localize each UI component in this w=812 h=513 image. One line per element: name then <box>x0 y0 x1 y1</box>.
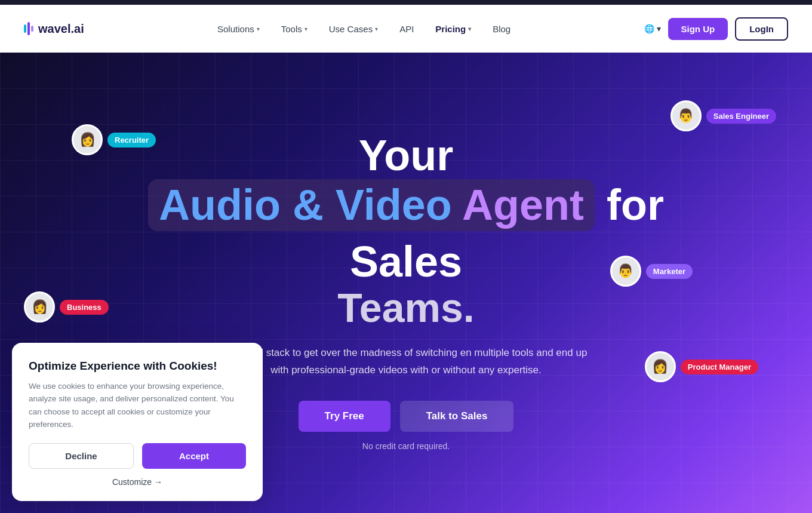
logo-icon <box>24 22 33 35</box>
avatar-business: 👩 Business <box>24 291 109 322</box>
globe-icon: 🌐 <box>644 24 654 33</box>
avatar-image-product: 👩 <box>645 351 676 382</box>
nav-item-blog[interactable]: Blog <box>493 24 510 34</box>
avatar-image-marketer: 👨 <box>610 256 641 287</box>
tools-label: Tools <box>281 24 302 34</box>
headline-highlight-1: Audio & Video <box>159 181 452 229</box>
try-free-button[interactable]: Try Free <box>299 401 390 432</box>
avatar-image-recruiter: 👩 <box>72 124 103 155</box>
logo-bar-2 <box>27 22 30 35</box>
customize-link[interactable]: Customize → <box>29 477 246 487</box>
avatar-image-business: 👩 <box>24 291 55 322</box>
hero-subline: Sales <box>137 238 675 285</box>
logo-text: wavel.ai <box>38 22 84 36</box>
customize-label: Customize <box>112 477 152 487</box>
hero-headline: Your Audio & Video Agent for <box>137 132 675 231</box>
cookie-buttons: Decline Accept <box>29 443 246 469</box>
chevron-icon: ▾ <box>468 26 471 32</box>
chevron-down-icon: ▾ <box>657 24 661 33</box>
chevron-icon: ▾ <box>375 26 378 32</box>
recruiter-badge: Recruiter <box>107 133 156 148</box>
headline-post: for <box>607 181 664 229</box>
accept-button[interactable]: Accept <box>142 443 246 469</box>
avatar-sales-engineer: 👨 Sales Engineer <box>670 100 776 131</box>
nav-item-api[interactable]: API <box>399 24 414 34</box>
logo-bar-3 <box>31 26 33 32</box>
avatar-product-manager: 👩 Product Manager <box>645 351 758 382</box>
login-button[interactable]: LogIn <box>735 17 788 41</box>
nav-links: Solutions ▾ Tools ▾ Use Cases ▾ API Pric… <box>217 24 510 34</box>
business-badge: Business <box>60 300 109 315</box>
avatar-recruiter: 👩 Recruiter <box>72 124 156 155</box>
headline-pill: Audio & Video Agent <box>148 179 595 231</box>
hero-rotating-line: Teams. <box>137 285 675 330</box>
chevron-icon: ▾ <box>257 26 260 32</box>
signup-button[interactable]: Sign Up <box>668 18 728 40</box>
nav-item-pricing[interactable]: Pricing ▾ <box>435 24 471 34</box>
hero-description: ideo tool stack to get over the madness … <box>221 345 591 379</box>
headline-pre: Your <box>359 131 454 179</box>
nav-item-solutions[interactable]: Solutions ▾ <box>217 24 260 34</box>
pricing-label: Pricing <box>435 24 466 34</box>
api-label: API <box>399 24 414 34</box>
avatar-marketer: 👨 Marketer <box>610 256 693 287</box>
rotating-word-sales: Sales <box>350 238 462 285</box>
cookie-title: Optimize Experience with Cookies! <box>29 360 246 373</box>
logo-link[interactable]: wavel.ai <box>24 22 84 36</box>
usecases-label: Use Cases <box>329 24 373 34</box>
chevron-icon: ▾ <box>304 26 307 32</box>
headline-highlight-2: Agent <box>462 181 584 229</box>
sales-engineer-badge: Sales Engineer <box>706 109 776 124</box>
product-manager-badge: Product Manager <box>681 360 758 374</box>
top-announcement-bar <box>0 0 812 5</box>
decline-button[interactable]: Decline <box>29 443 134 469</box>
logo-bar-1 <box>24 24 26 33</box>
rotating-word-teams: Teams. <box>337 285 474 330</box>
avatar-image-sales: 👨 <box>670 100 702 131</box>
nav-actions: 🌐 ▾ Sign Up LogIn <box>644 17 789 41</box>
main-nav: wavel.ai Solutions ▾ Tools ▾ Use Cases ▾… <box>0 5 812 53</box>
cookie-banner: Optimize Experience with Cookies! We use… <box>12 343 263 501</box>
nav-item-usecases[interactable]: Use Cases ▾ <box>329 24 378 34</box>
cookie-description: We use cookies to enhance your browsing … <box>29 380 246 431</box>
blog-label: Blog <box>493 24 510 34</box>
talk-to-sales-button[interactable]: Talk to Sales <box>400 401 514 432</box>
customize-arrow-icon: → <box>154 477 162 487</box>
globe-button[interactable]: 🌐 ▾ <box>644 24 661 33</box>
solutions-label: Solutions <box>217 24 254 34</box>
marketer-badge: Marketer <box>646 264 693 279</box>
nav-item-tools[interactable]: Tools ▾ <box>281 24 307 34</box>
